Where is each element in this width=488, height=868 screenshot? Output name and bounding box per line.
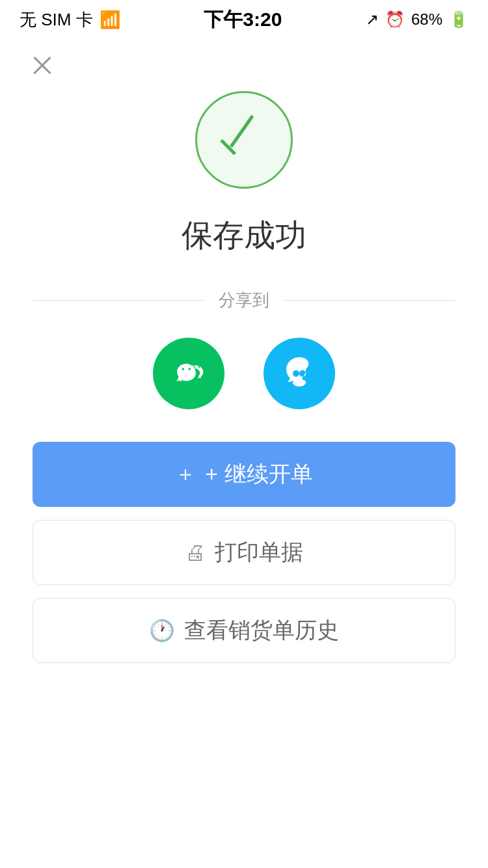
action-buttons: ＋ + 继续开单 🖨 打印单据 🕐 查看销货单历史 bbox=[0, 442, 488, 663]
success-title: 保存成功 bbox=[182, 215, 306, 256]
status-right: ↗ ⏰ 68% 🔋 bbox=[366, 10, 468, 29]
checkmark-icon bbox=[218, 120, 270, 159]
status-time: 下午3:20 bbox=[204, 7, 282, 33]
qq-icon bbox=[280, 354, 319, 393]
sim-label: 无 SIM 卡 bbox=[20, 8, 93, 31]
history-button[interactable]: 🕐 查看销货单历史 bbox=[33, 598, 455, 663]
share-icons bbox=[33, 338, 455, 409]
continue-label: + 继续开单 bbox=[205, 459, 312, 489]
alarm-icon: ⏰ bbox=[385, 10, 405, 29]
status-bar: 无 SIM 卡 📶 下午3:20 ↗ ⏰ 68% 🔋 bbox=[0, 0, 488, 39]
print-label: 打印单据 bbox=[215, 537, 303, 567]
wechat-share-button[interactable] bbox=[153, 338, 224, 409]
divider-line-left bbox=[33, 300, 206, 301]
history-label: 查看销货单历史 bbox=[184, 616, 339, 645]
wechat-icon bbox=[169, 354, 208, 393]
share-label: 分享到 bbox=[219, 289, 269, 312]
battery-icon: 🔋 bbox=[449, 10, 468, 29]
plus-icon: ＋ bbox=[175, 460, 196, 489]
wifi-icon: 📶 bbox=[100, 10, 120, 30]
close-button[interactable] bbox=[26, 49, 59, 81]
main-content: 保存成功 分享到 ＋ bbox=[0, 39, 488, 663]
success-icon-wrap bbox=[195, 91, 293, 189]
qq-share-button[interactable] bbox=[264, 338, 335, 409]
print-button[interactable]: 🖨 打印单据 bbox=[33, 520, 455, 585]
share-section: 分享到 bbox=[0, 289, 488, 409]
clock-icon: 🕐 bbox=[149, 618, 175, 643]
divider-line-right bbox=[282, 300, 455, 301]
continue-button[interactable]: ＋ + 继续开单 bbox=[33, 442, 455, 507]
location-icon: ↗ bbox=[366, 10, 379, 29]
share-divider: 分享到 bbox=[33, 289, 455, 312]
printer-icon: 🖨 bbox=[185, 541, 206, 565]
status-left: 无 SIM 卡 📶 bbox=[20, 8, 120, 31]
battery-level: 68% bbox=[411, 10, 442, 29]
